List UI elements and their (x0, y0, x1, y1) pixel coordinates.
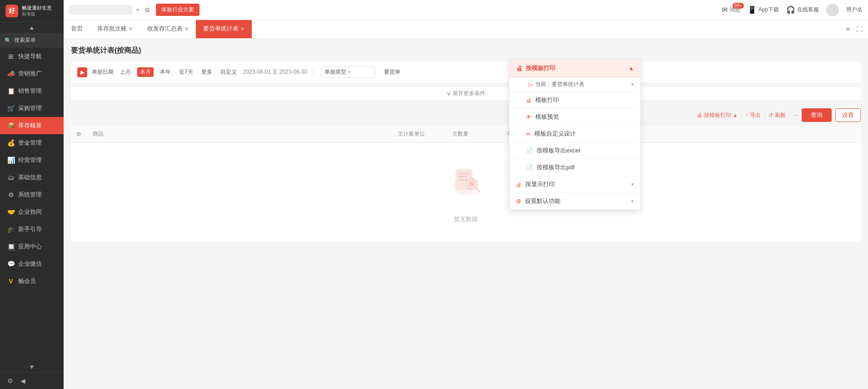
dropdown-close-arrow[interactable]: ▲ (629, 65, 634, 71)
sidebar-item-basic-info[interactable]: 🗂 基础信息 (0, 169, 64, 186)
dropdown-current-template[interactable]: ▷ 当前：要货单统计表 ▾ (509, 77, 640, 92)
date-btn-more[interactable]: 更多 (200, 67, 214, 77)
tab-order-stats[interactable]: 要货单统计表 ✕ (196, 20, 252, 38)
export-label: 导出 (750, 111, 761, 119)
template-custom-label: 模板自定义设计 (534, 130, 576, 138)
print-dropdown: 🖨 按模板打印 ▲ ▷ 当前：要货单统计表 ▾ 🖨 模板打印 👁 模板预览 ✏ … (509, 59, 641, 210)
app-version: 标准版 (22, 11, 52, 17)
sidebar-item-sales[interactable]: 📋 销售管理 (0, 82, 64, 100)
template-print-icon: 🖨 (526, 97, 532, 104)
sidebar-item-label: 企业协同 (18, 208, 42, 216)
tab-batch-account-close[interactable]: ✕ (129, 26, 133, 32)
sidebar-bottom: ⚙ ◀ (0, 372, 64, 389)
sidebar-item-vip[interactable]: V 畅会员 (0, 273, 64, 290)
sidebar-item-enterprise-wechat[interactable]: 💬 企业微信 (0, 255, 64, 273)
export-pdf-icon: 📄 (526, 164, 533, 171)
tab-batch-account[interactable]: 库存批次账 ✕ (90, 20, 140, 38)
topbar-right: ✉ 99+ 消息 📱 App下载 🎧 在线客服 用户名 (722, 4, 863, 16)
sidebar-item-app-center[interactable]: 🔲 应用中心 (0, 238, 64, 255)
refresh-icon: ↺ (768, 112, 773, 118)
tab-close-btn[interactable]: ✕ (843, 24, 853, 35)
sidebar-item-quick-nav[interactable]: ⊞ 快捷导航 (0, 48, 64, 65)
refresh-btn[interactable]: ↺ 刷新 (768, 111, 786, 119)
dropdown-item-template-custom[interactable]: ✏ 模板自定义设计 (509, 126, 640, 142)
sidebar-item-finance[interactable]: 💰 资金管理 (0, 134, 64, 152)
message-icon: ✉ (722, 5, 728, 14)
dropdown-item-template-preview[interactable]: 👁 模板预览 (509, 109, 640, 126)
template-custom-icon: ✏ (526, 131, 531, 137)
topbar-search-input[interactable] (69, 5, 133, 15)
sidebar-search[interactable]: 🔍 搜索菜单 (0, 33, 64, 48)
more-icon: ··· (793, 112, 798, 118)
print-arrow-icon: ▲ (733, 113, 738, 118)
online-service-label: 在线客服 (797, 6, 819, 14)
app-name: 畅捷通好生意 (22, 5, 52, 11)
sidebar-item-operation[interactable]: 📊 经营管理 (0, 152, 64, 169)
date-btn-last-month[interactable]: 上月 (118, 67, 133, 77)
export-pdf-label: 按模板导出pdf (537, 163, 574, 172)
sidebar-item-inventory[interactable]: 📦 库存核算 (0, 117, 64, 134)
messages-btn[interactable]: ✉ 99+ 消息 (722, 5, 740, 14)
date-btn-custom[interactable]: 自定义 (219, 67, 239, 77)
filter-bar: ▶ 单据日期 上月 本月 本年 近7天 更多 自定义 2023-06-01 至 … (71, 62, 861, 82)
topbar-gear-icon[interactable]: ⚙ (145, 6, 150, 14)
more-btn[interactable]: ··· (793, 112, 798, 118)
tab-home[interactable]: 首页 (64, 20, 90, 38)
filter-expand-btn[interactable]: ▶ (77, 67, 87, 77)
collapse-icon[interactable]: ◀ (20, 377, 25, 384)
date-btn-this-year[interactable]: 本年 (158, 67, 173, 77)
avatar[interactable] (826, 4, 839, 16)
dropdown-section-set-default[interactable]: ⚙ 设置默认功能 ▾ (509, 193, 640, 210)
expand-icon: ▶ (80, 69, 85, 76)
tabs-bar: 首页 库存批次账 ✕ 收发存汇总表 ✕ 要货单统计表 ✕ ✕ ⛶ (64, 20, 868, 39)
tab-collection-summary[interactable]: 收发存汇总表 ✕ (140, 20, 196, 38)
app-center-icon: 🔲 (7, 243, 15, 250)
action-bar: 🖨 按模板打印 ▲ ↑ 导出 ↺ 刷新 ··· 查询 设置 (71, 105, 861, 126)
tab-collection-summary-close[interactable]: ✕ (185, 26, 189, 32)
sys-mgmt-icon: ⚙ (7, 191, 15, 198)
sidebar-scroll-down[interactable]: ▼ (0, 362, 64, 372)
sidebar-item-newbie[interactable]: 🎓 新手引导 (0, 221, 64, 238)
page-content: 要货单统计表(按商品) ▶ 单据日期 上月 本月 本年 近7天 更多 自定义 2… (64, 39, 868, 389)
online-service-btn[interactable]: 🎧 在线客服 (786, 5, 819, 14)
order-type-select[interactable]: 单据类型 ▾ (320, 66, 375, 78)
export-excel-icon: 📄 (526, 147, 533, 154)
app-download-btn[interactable]: 📱 App下载 (748, 5, 779, 14)
sidebar-item-label: 企业微信 (18, 260, 42, 268)
print-btn[interactable]: 🖨 按模板打印 ▲ (697, 111, 738, 119)
sidebar-scroll-up[interactable]: ▲ (0, 22, 64, 33)
username-label: 用户名 (846, 6, 863, 14)
template-preview-icon: 👁 (526, 114, 532, 121)
finance-icon: 💰 (7, 139, 15, 147)
sidebar-item-label: 快捷导航 (18, 52, 42, 61)
settings-btn[interactable]: 设置 (835, 108, 861, 122)
expand-more-bar[interactable]: ∨ 展开更多条件 (71, 87, 861, 100)
trial-btn[interactable]: 体验行业方案 (156, 4, 200, 16)
dropdown-section-display-print[interactable]: 🖨 按显示打印 ▾ (509, 176, 640, 193)
topbar-dropdown-arrow[interactable]: ▾ (136, 7, 139, 13)
sidebar-item-purchase[interactable]: 🛒 采购管理 (0, 100, 64, 117)
sidebar-item-label: 经营管理 (18, 156, 42, 164)
tab-expand-btn[interactable]: ⛶ (854, 24, 864, 35)
settings-icon[interactable]: ⚙ (7, 377, 13, 384)
sidebar-item-marketing[interactable]: 📣 营销推广 (0, 65, 64, 82)
select-arrow-icon: ▾ (348, 70, 350, 75)
empty-icon (445, 161, 486, 211)
sidebar-item-sys-mgmt[interactable]: ⚙ 系统管理 (0, 186, 64, 203)
template-preview-label: 模板预览 (535, 113, 559, 121)
export-btn[interactable]: ↑ 导出 (745, 111, 761, 119)
dropdown-item-export-excel[interactable]: 📄 按模板导出excel (509, 142, 640, 159)
dropdown-item-export-pdf[interactable]: 📄 按模板导出pdf (509, 159, 640, 176)
sidebar-item-enterprise[interactable]: 🤝 企业协同 (0, 203, 64, 221)
dropdown-item-template-print[interactable]: 🖨 模板打印 (509, 92, 640, 109)
date-btn-this-month[interactable]: 本月 (137, 67, 154, 77)
message-badge: 99+ (733, 3, 744, 9)
query-btn[interactable]: 查询 (802, 108, 832, 122)
search-icon: 🔍 (5, 37, 11, 44)
expand-more-label: 展开更多条件 (453, 90, 485, 97)
filter-divider-1 (314, 68, 314, 77)
date-btn-7days[interactable]: 近7天 (177, 67, 195, 77)
table-header: ⚙ 商品 主计量单位 主数量 零售金额 (71, 126, 861, 143)
tab-order-stats-close[interactable]: ✕ (240, 26, 244, 32)
th-settings[interactable]: ⚙ (71, 130, 87, 138)
